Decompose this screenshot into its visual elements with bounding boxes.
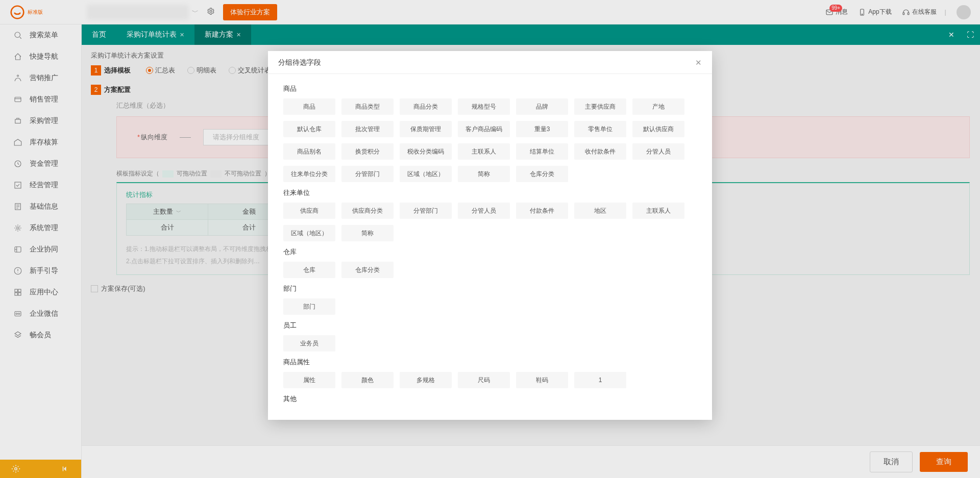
field-tag[interactable]: 分管人员 <box>632 143 684 160</box>
modal-horizontal-scrollbar[interactable] <box>268 413 712 420</box>
field-tag[interactable]: 供应商分类 <box>341 203 394 219</box>
field-group-title: 其他 <box>283 394 709 404</box>
field-tag[interactable]: 仓库分类 <box>516 166 568 182</box>
field-tag[interactable]: 部门 <box>283 298 335 315</box>
field-tag[interactable]: 付款条件 <box>516 203 568 219</box>
field-tag[interactable]: 属性 <box>283 372 335 388</box>
field-tag[interactable]: 结算单位 <box>516 143 568 160</box>
field-tag[interactable]: 商品别名 <box>283 143 335 160</box>
field-tag[interactable]: 仓库分类 <box>341 262 394 278</box>
field-tag[interactable]: 保质期管理 <box>400 121 452 137</box>
field-tag[interactable]: 主要供应商 <box>574 98 626 115</box>
field-tag[interactable]: 商品分类 <box>400 98 452 115</box>
field-tag[interactable]: 地区 <box>574 203 626 219</box>
field-tag[interactable]: 默认仓库 <box>283 121 335 137</box>
field-tag[interactable]: 鞋码 <box>516 372 568 388</box>
field-tag[interactable]: 收付款条件 <box>574 143 626 160</box>
field-tag[interactable]: 尺码 <box>458 372 510 388</box>
field-group-title: 商品 <box>283 84 709 93</box>
modal-close-icon[interactable]: ✕ <box>695 58 702 67</box>
field-group-title: 往来单位 <box>283 188 709 197</box>
field-tag[interactable]: 区域（地区） <box>400 166 452 182</box>
field-tag[interactable]: 分管部门 <box>400 203 452 219</box>
field-tag[interactable]: 区域（地区） <box>283 225 335 241</box>
field-tag[interactable]: 颜色 <box>341 372 394 388</box>
field-tag[interactable]: 商品 <box>283 98 335 115</box>
field-tag[interactable]: 换货积分 <box>341 143 394 160</box>
field-tag[interactable]: 商品类型 <box>341 98 394 115</box>
field-tag[interactable]: 重量3 <box>516 121 568 137</box>
field-picker-modal: 分组待选字段 ✕ 商品商品商品类型商品分类规格型号品牌主要供应商产地默认仓库批次… <box>268 51 712 420</box>
modal-title: 分组待选字段 <box>278 58 321 67</box>
field-tag[interactable]: 1 <box>574 372 626 388</box>
field-group-title: 仓库 <box>283 247 709 257</box>
modal-body[interactable]: 商品商品商品类型商品分类规格型号品牌主要供应商产地默认仓库批次管理保质期管理客户… <box>268 74 712 413</box>
field-tag[interactable]: 客户商品编码 <box>458 121 510 137</box>
field-group-title: 商品属性 <box>283 358 709 367</box>
field-tag[interactable]: 主联系人 <box>458 143 510 160</box>
field-tag[interactable]: 批次管理 <box>341 121 394 137</box>
field-tag[interactable]: 供应商 <box>283 203 335 219</box>
field-tag[interactable]: 零售单位 <box>574 121 626 137</box>
field-tag[interactable]: 产地 <box>632 98 684 115</box>
field-tag[interactable]: 简称 <box>458 166 510 182</box>
field-tag[interactable]: 默认供应商 <box>632 121 684 137</box>
field-tag[interactable]: 主联系人 <box>632 203 684 219</box>
field-tag[interactable]: 规格型号 <box>458 98 510 115</box>
field-group-title: 员工 <box>283 321 709 330</box>
field-tag[interactable]: 往来单位分类 <box>283 166 335 182</box>
field-tag[interactable]: 多规格 <box>400 372 452 388</box>
field-tag[interactable]: 分管人员 <box>458 203 510 219</box>
field-tag[interactable]: 分管部门 <box>341 166 394 182</box>
field-group-title: 部门 <box>283 284 709 293</box>
field-tag[interactable]: 简称 <box>341 225 394 241</box>
field-tag[interactable]: 仓库 <box>283 262 335 278</box>
field-tag[interactable]: 税收分类编码 <box>400 143 452 160</box>
field-tag[interactable]: 品牌 <box>516 98 568 115</box>
field-tag[interactable]: 业务员 <box>283 335 335 351</box>
